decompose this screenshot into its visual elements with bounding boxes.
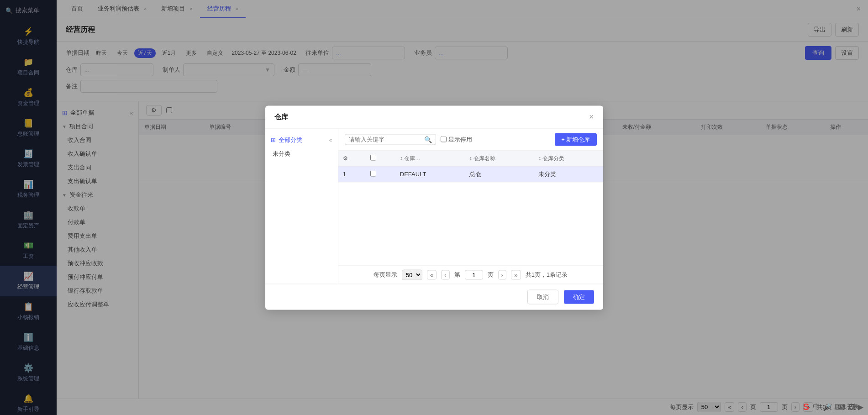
modal-body: ⊞ 全部分类 « 未分类 🔍 显示停用 + 新增仓库 [265,128,603,284]
modal-warehouse-table: ⚙ ↕ 仓库… ↕ 仓库名称 ↕ 仓库分类 1 DEFAULT 总仓 [338,151,603,182]
modal-page-word: 第 [454,271,460,279]
modal-category-unclassified[interactable]: 未分类 [265,147,338,160]
modal-page-input[interactable] [465,270,483,279]
modal-close-button[interactable]: × [589,112,594,121]
row-index: 1 [338,166,366,182]
cancel-button[interactable]: 取消 [527,289,558,304]
brand-s: S [803,402,809,412]
brand-icon-2[interactable]: 🎤 [823,403,832,411]
brand-icon-3[interactable]: ⌨ [835,403,845,411]
modal-search-input[interactable] [349,136,424,143]
bottom-brand: S 中 🎤 ⌨ 🖼 ▶ [803,402,863,412]
modal-col-settings: ⚙ [338,151,366,166]
modal-footer: 取消 确定 [265,284,603,310]
modal-all-category[interactable]: ⊞ 全部分类 « [265,133,338,147]
grid-icon: ⊞ [271,137,276,143]
show-disabled-label[interactable]: 显示停用 [441,135,472,143]
brand-icons: 中 🎤 ⌨ 🖼 ▶ [813,402,863,412]
modal-table-body: ⚙ ↕ 仓库… ↕ 仓库名称 ↕ 仓库分类 1 DEFAULT 总仓 [338,151,603,265]
modal-next-page[interactable]: › [498,270,506,279]
modal-right-footer: 每页显示 50 « ‹ 第 页 › » 共1页，1条记录 [338,265,603,284]
modal-total-info: 共1页，1条记录 [526,271,568,279]
table-row[interactable]: 1 DEFAULT 总仓 未分类 [338,166,603,182]
row-code: DEFAULT [395,166,465,182]
modal-col-category: ↕ 仓库分类 [534,151,603,166]
modal-col-check [366,151,395,166]
modal-last-page[interactable]: » [511,270,521,279]
brand-icon-5[interactable]: ▶ [858,403,863,411]
modal-page-label: 页 [488,271,494,279]
modal-select-all[interactable] [370,155,376,161]
modal-search-box[interactable]: 🔍 [345,134,436,145]
modal-col-name: ↕ 仓库名称 [465,151,534,166]
modal-search-icon[interactable]: 🔍 [424,136,432,143]
modal-prev-page[interactable]: ‹ [441,270,449,279]
modal-per-page-label: 每页显示 [374,271,397,279]
modal-left-panel: ⊞ 全部分类 « 未分类 [265,128,338,284]
row-name: 总仓 [465,166,534,182]
row-checkbox[interactable] [366,166,395,182]
modal-right-panel: 🔍 显示停用 + 新增仓库 ⚙ ↕ 仓库… ↕ 仓库名称 [338,128,603,284]
modal-title: 仓库 [274,112,288,121]
row-category: 未分类 [534,166,603,182]
modal-col-code: ↕ 仓库… [395,151,465,166]
brand-icon-4[interactable]: 🖼 [848,403,855,411]
modal-header: 仓库 × [265,105,603,128]
modal-first-page[interactable]: « [427,270,437,279]
brand-icon-1[interactable]: 中 [813,402,820,412]
confirm-button[interactable]: 确定 [564,290,594,304]
show-disabled-checkbox[interactable] [441,137,447,142]
add-warehouse-button[interactable]: + 新增仓库 [555,133,596,146]
modal-per-page-select[interactable]: 50 [402,269,422,280]
warehouse-modal: 仓库 × ⊞ 全部分类 « 未分类 🔍 显示停用 [265,105,603,310]
modal-left-collapse[interactable]: « [329,137,332,143]
modal-toolbar: 🔍 显示停用 + 新增仓库 [338,128,603,151]
